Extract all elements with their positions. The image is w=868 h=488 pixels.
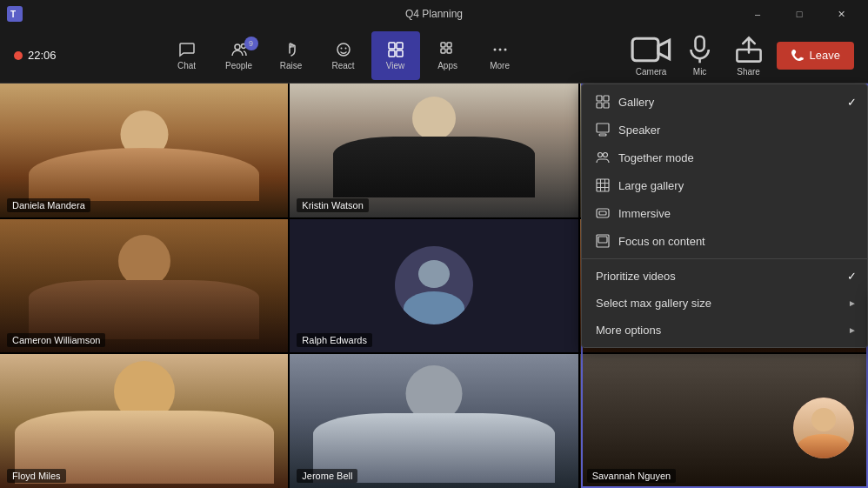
video-cell-jerome: Jerome Bell [290, 354, 578, 488]
large-gallery-icon [596, 178, 610, 192]
large-gallery-label: Large gallery [618, 179, 684, 192]
people-button[interactable]: People 9 [215, 31, 264, 80]
name-daniela: Daniela Mandera [7, 198, 90, 212]
svg-point-15 [493, 48, 496, 50]
focus-label: Focus on content [618, 235, 705, 248]
svg-point-17 [504, 48, 506, 50]
recording-time: 22:06 [28, 49, 57, 62]
leave-button[interactable]: Leave [777, 42, 854, 70]
raise-button[interactable]: Raise [267, 31, 316, 80]
window-title: Q4 Planning [405, 8, 463, 20]
video-cell-daniela: Daniela Mandera [0, 84, 288, 217]
recording-indicator: 22:06 [14, 49, 57, 62]
camera-icon [631, 35, 671, 64]
speaker-icon [596, 123, 610, 137]
raise-label: Raise [280, 61, 303, 70]
svg-rect-26 [597, 124, 609, 132]
name-kristin: Kristin Watson [297, 198, 369, 212]
svg-rect-10 [397, 50, 403, 57]
video-feed-jerome [290, 354, 578, 488]
svg-rect-35 [597, 209, 609, 217]
video-cell-kristin: Kristin Watson [290, 84, 578, 217]
svg-point-2 [235, 44, 240, 50]
menu-item-large-gallery[interactable]: Large gallery [582, 171, 867, 199]
recording-dot [14, 51, 23, 60]
video-cell-ralph: Ralph Edwards [290, 219, 578, 353]
menu-item-speaker[interactable]: Speaker [582, 116, 867, 144]
apps-label: Apps [437, 61, 457, 70]
svg-rect-14 [447, 49, 451, 53]
chat-button[interactable]: Chat [163, 31, 211, 80]
svg-rect-30 [597, 179, 609, 191]
menu-item-focus[interactable]: Focus on content [582, 227, 867, 255]
svg-rect-36 [599, 211, 606, 215]
mic-icon [688, 35, 711, 64]
title-bar-left: T [7, 6, 23, 22]
view-button[interactable]: View [371, 31, 420, 80]
toolbar-right: Camera Mic Share Leave [631, 35, 854, 77]
svg-rect-8 [397, 43, 403, 49]
camera-label: Camera [636, 67, 667, 77]
window-controls: – □ ✕ [738, 0, 861, 28]
video-area: Daniela Mandera Kristin Watson Wa... [0, 84, 868, 488]
speaker-label: Speaker [618, 124, 660, 137]
video-feed-cameron [0, 219, 288, 353]
camera-button[interactable]: Camera [631, 35, 672, 77]
svg-rect-13 [441, 49, 445, 53]
name-cameron: Cameron Williamson [7, 333, 105, 347]
svg-point-29 [604, 153, 608, 157]
raise-icon [283, 41, 300, 58]
video-feed-kristin [290, 84, 578, 217]
more-label: More [490, 61, 510, 70]
prioritize-check: ✓ [847, 270, 857, 283]
menu-item-gallery[interactable]: Gallery ✓ [582, 88, 867, 116]
maximize-button[interactable]: □ [779, 0, 819, 28]
menu-item-more-options[interactable]: More options ► [582, 317, 867, 344]
menu-item-together[interactable]: Together mode [582, 144, 867, 171]
more-options-label: More options [596, 324, 661, 337]
minimize-button[interactable]: – [738, 0, 778, 28]
phone-icon [791, 49, 805, 63]
svg-point-16 [498, 48, 501, 50]
menu-item-gallery-size[interactable]: Select max gallery size ► 4 people 9 peo… [582, 290, 867, 317]
svg-rect-12 [447, 43, 451, 47]
react-button[interactable]: React [319, 31, 368, 80]
more-options-arrow: ► [848, 325, 857, 335]
gallery-size-arrow: ► [848, 298, 857, 308]
ralph-avatar [395, 246, 473, 324]
close-button[interactable]: ✕ [821, 0, 861, 28]
svg-rect-19 [695, 36, 704, 50]
menu-item-immersive[interactable]: Immersive [582, 199, 867, 227]
mic-label: Mic [693, 67, 707, 77]
more-icon [491, 41, 509, 58]
video-feed-floyd [0, 354, 288, 488]
together-label: Together mode [618, 151, 694, 164]
gallery-check: ✓ [847, 96, 857, 109]
svg-rect-7 [389, 43, 395, 49]
name-savannah: Savannah Nguyen [587, 469, 677, 483]
react-icon [335, 41, 352, 58]
gallery-icon [596, 95, 610, 109]
svg-rect-23 [604, 96, 609, 101]
apps-button[interactable]: Apps [424, 31, 472, 80]
video-cell-cameron: Cameron Williamson [0, 219, 288, 353]
name-ralph: Ralph Edwards [297, 333, 372, 347]
immersive-icon [596, 206, 610, 220]
apps-icon [439, 41, 457, 58]
video-feed-savannah [580, 354, 868, 488]
toolbar-left: 22:06 [14, 49, 57, 62]
more-button[interactable]: More [476, 31, 524, 80]
mic-button[interactable]: Mic [679, 35, 721, 77]
svg-point-28 [598, 153, 603, 157]
svg-rect-27 [599, 134, 606, 136]
svg-rect-38 [598, 237, 607, 243]
leave-label: Leave [810, 49, 840, 62]
view-icon [387, 41, 404, 58]
svg-rect-11 [441, 43, 445, 47]
menu-item-prioritize[interactable]: Prioritize videos ✓ [582, 263, 867, 290]
share-label: Share [737, 67, 760, 77]
video-feed-daniela [0, 84, 288, 217]
svg-rect-22 [597, 96, 602, 101]
video-cell-floyd: Floyd Miles [0, 354, 288, 488]
share-button[interactable]: Share [728, 35, 770, 77]
